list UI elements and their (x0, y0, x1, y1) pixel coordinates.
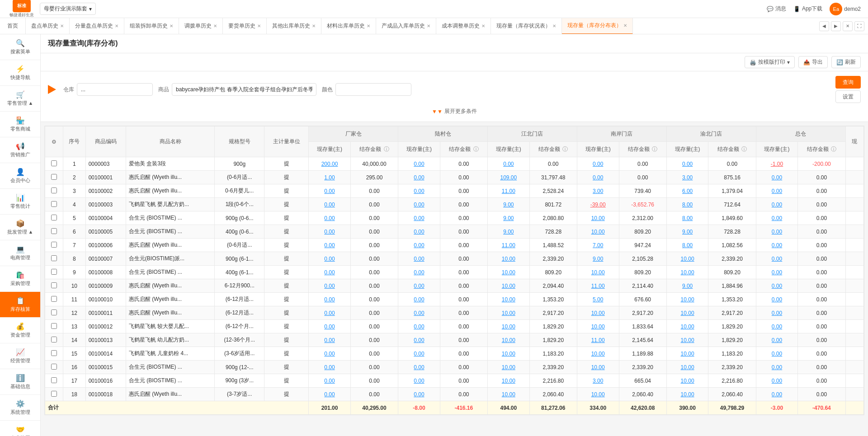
cell-wt-qty[interactable]: 0.00 (756, 388, 798, 401)
cell-w3-qty[interactable]: 10.00 (487, 333, 529, 347)
cell-w5-qty[interactable]: 8.00 (666, 198, 708, 211)
tab-next-button[interactable]: ▶ (831, 21, 841, 31)
cell-w5-qty[interactable]: 6.00 (666, 184, 708, 198)
cell-check[interactable] (45, 374, 63, 388)
cell-wt-qty[interactable]: 0.00 (756, 306, 798, 320)
setting-button[interactable]: 设置 (835, 90, 861, 103)
cell-w2-qty[interactable]: 0.00 (398, 266, 440, 279)
sidebar-item-12[interactable]: 📈 经营管理 (0, 343, 40, 369)
cell-w4-qty[interactable]: 10.00 (577, 361, 619, 374)
cell-w3-qty[interactable]: 10.00 (487, 388, 529, 401)
cell-w5-qty[interactable]: 10.00 (666, 388, 708, 401)
cell-wt-qty[interactable]: 0.00 (756, 266, 798, 279)
export-button[interactable]: 📤 导出 (798, 56, 828, 68)
cell-check[interactable] (45, 266, 63, 279)
sidebar-item-13[interactable]: ℹ️ 基础信息 (0, 369, 40, 395)
cell-w3-qty[interactable]: 10.00 (487, 374, 529, 388)
cell-check[interactable] (45, 225, 63, 239)
cell-check[interactable] (45, 171, 63, 184)
tab-close-all-button[interactable]: ✕ (843, 21, 853, 31)
cell-w2-qty[interactable]: 0.00 (398, 239, 440, 252)
cell-w3-qty[interactable]: 10.00 (487, 252, 529, 266)
cell-w4-qty[interactable]: -39.00 (577, 198, 619, 211)
cell-w4-qty[interactable]: 10.00 (577, 347, 619, 361)
cell-w1-qty[interactable]: 0.00 (309, 279, 351, 293)
cell-check[interactable] (45, 279, 63, 293)
cell-w3-qty[interactable]: 11.00 (487, 184, 529, 198)
cell-wt-qty[interactable]: -1.00 (756, 157, 798, 171)
cell-w1-qty[interactable]: 0.00 (309, 239, 351, 252)
cell-w1-qty[interactable]: 0.00 (309, 388, 351, 401)
cell-w5-qty[interactable]: 8.00 (666, 211, 708, 225)
cell-w4-qty[interactable]: 5.00 (577, 293, 619, 306)
cell-w5-qty[interactable]: 0.00 (666, 157, 708, 171)
cell-check[interactable] (45, 388, 63, 401)
tab-item-2[interactable]: 分量盘点单历史✕ (70, 18, 124, 34)
cell-w3-qty[interactable]: 11.00 (487, 239, 529, 252)
company-selector[interactable]: 母婴行业演示陈套 ▾ (40, 3, 96, 15)
cell-w3-qty[interactable]: 10.00 (487, 293, 529, 306)
cell-check[interactable] (45, 347, 63, 361)
cell-w2-qty[interactable]: 0.00 (398, 333, 440, 347)
tab-item-3[interactable]: 组装拆卸单历史✕ (124, 18, 179, 34)
sidebar-item-8[interactable]: 💻 电商管理 (0, 240, 40, 266)
cell-w1-qty[interactable]: 0.00 (309, 333, 351, 347)
tab-close-icon[interactable]: ✕ (213, 23, 217, 28)
cell-w5-qty[interactable]: 10.00 (666, 361, 708, 374)
tab-close-icon[interactable]: ✕ (367, 23, 370, 28)
cell-w2-qty[interactable]: 0.00 (398, 347, 440, 361)
sidebar-item-1[interactable]: ⚡ 快捷导航 (0, 60, 40, 86)
cell-wt-qty[interactable]: 0.00 (756, 347, 798, 361)
sidebar-item-0[interactable]: 🔍 搜索英单 (0, 34, 40, 60)
tab-close-icon[interactable]: ✕ (552, 23, 556, 28)
tab-close-icon[interactable]: ✕ (170, 23, 173, 28)
cell-w1-qty[interactable]: 0.00 (309, 211, 351, 225)
tab-close-icon[interactable]: ✕ (257, 23, 261, 28)
cell-w3-qty[interactable]: 10.00 (487, 306, 529, 320)
cell-w1-qty[interactable]: 0.00 (309, 347, 351, 361)
cell-w1-qty[interactable]: 0.00 (309, 374, 351, 388)
cell-w4-qty[interactable]: 10.00 (577, 225, 619, 239)
cell-w3-qty[interactable]: 10.00 (487, 347, 529, 361)
cell-w2-qty[interactable]: 0.00 (398, 388, 440, 401)
cell-wt-qty[interactable]: 0.00 (756, 333, 798, 347)
cell-w3-qty[interactable]: 10.00 (487, 279, 529, 293)
cell-wt-qty[interactable]: 0.00 (756, 239, 798, 252)
cell-w5-qty[interactable]: 10.00 (666, 333, 708, 347)
sidebar-item-14[interactable]: ⚙️ 系统管理 (0, 395, 40, 421)
tab-prev-button[interactable]: ◀ (819, 21, 829, 31)
cell-w2-qty[interactable]: 0.00 (398, 374, 440, 388)
tab-close-icon[interactable]: ✕ (623, 23, 627, 28)
sidebar-item-3[interactable]: 🏪 零售商城 (0, 112, 40, 137)
cell-wt-qty[interactable]: 0.00 (756, 293, 798, 306)
cell-w2-qty[interactable]: 0.00 (398, 225, 440, 239)
cell-w1-qty[interactable]: 0.00 (309, 306, 351, 320)
cell-check[interactable] (45, 320, 63, 333)
cell-w5-qty[interactable]: 9.00 (666, 225, 708, 239)
cell-wt-qty[interactable]: 0.00 (756, 171, 798, 184)
cell-w4-qty[interactable]: 3.00 (577, 184, 619, 198)
cell-w1-qty[interactable]: 0.00 (309, 252, 351, 266)
cell-w4-qty[interactable]: 3.00 (577, 374, 619, 388)
cell-w5-qty[interactable]: 10.00 (666, 320, 708, 333)
cell-w2-qty[interactable]: 0.00 (398, 211, 440, 225)
cell-wt-qty[interactable]: 0.00 (756, 225, 798, 239)
th-settings[interactable]: ⚙ (45, 127, 63, 157)
cell-check[interactable] (45, 252, 63, 266)
cell-w5-qty[interactable]: 10.00 (666, 266, 708, 279)
color-input[interactable] (335, 83, 411, 96)
cell-w4-qty[interactable]: 11.00 (577, 279, 619, 293)
cell-w4-qty[interactable]: 10.00 (577, 306, 619, 320)
cell-w1-qty[interactable]: 1.00 (309, 171, 351, 184)
product-input[interactable] (172, 83, 316, 96)
cell-w3-qty[interactable]: 10.00 (487, 266, 529, 279)
cell-w2-qty[interactable]: 0.00 (398, 157, 440, 171)
cell-w1-qty[interactable]: 0.00 (309, 320, 351, 333)
cell-wt-qty[interactable]: 0.00 (756, 374, 798, 388)
cell-check[interactable] (45, 293, 63, 306)
tab-item-6[interactable]: 其他出库单历史✕ (267, 18, 321, 34)
cell-w4-qty[interactable]: 10.00 (577, 388, 619, 401)
sidebar-item-15[interactable]: 🤝 企业协同 (0, 421, 40, 436)
cell-w1-qty[interactable]: 0.00 (309, 266, 351, 279)
refresh-button[interactable]: 🔄 刷新 (831, 56, 861, 68)
